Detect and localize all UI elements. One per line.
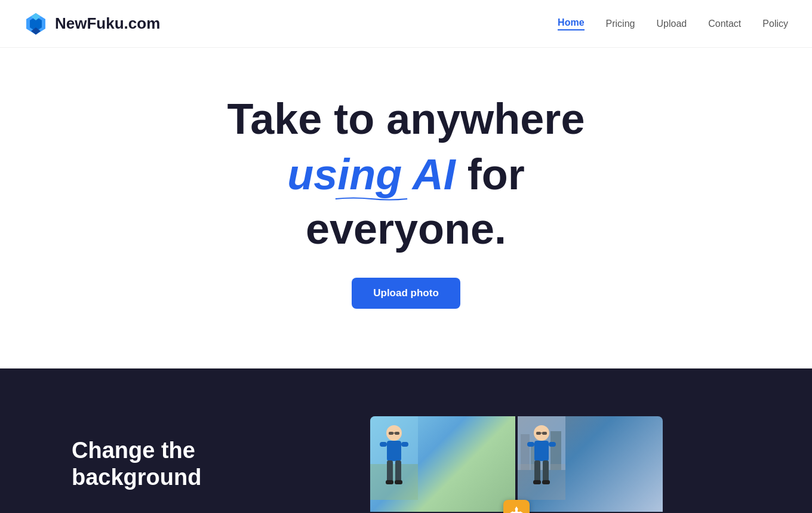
svg-rect-5 [370, 464, 418, 500]
transform-arrow-icon [503, 500, 530, 513]
svg-rect-7 [389, 432, 393, 435]
svg-rect-8 [395, 432, 399, 435]
svg-rect-11 [380, 442, 387, 447]
logo-icon [24, 12, 48, 36]
svg-rect-24 [542, 432, 547, 435]
svg-rect-29 [534, 460, 540, 482]
person-figure-tl [370, 416, 418, 500]
dark-section-description: Revolutionize your photos with AI that c… [72, 508, 322, 513]
svg-rect-13 [387, 460, 393, 482]
nav-link-upload[interactable]: Upload [656, 19, 687, 29]
logo-text: NewFuku.com [55, 14, 160, 33]
nav-link-contact[interactable]: Contact [708, 19, 741, 29]
svg-rect-27 [527, 442, 534, 447]
svg-rect-10 [387, 441, 401, 461]
svg-rect-23 [536, 432, 541, 435]
nav-link-pricing[interactable]: Pricing [606, 19, 635, 29]
hero-for-text: for [456, 150, 525, 198]
nav-links: Home Pricing Upload Contact Policy [558, 17, 788, 30]
nav-link-policy[interactable]: Policy [762, 19, 788, 29]
hero-title-line2: using AI for [24, 150, 788, 199]
svg-rect-32 [542, 480, 550, 484]
background-image-grid [370, 416, 663, 513]
dark-section-title: Change the background [72, 437, 322, 492]
svg-rect-16 [395, 480, 402, 484]
dark-section: Change the background Revolutionize your… [0, 368, 812, 513]
svg-rect-28 [549, 442, 556, 447]
grid-cell-city [518, 416, 663, 512]
svg-rect-15 [386, 480, 393, 484]
nav-link-home[interactable]: Home [558, 17, 584, 30]
hero-everyone-text: everyone. [24, 204, 788, 254]
svg-rect-30 [543, 460, 549, 482]
grid-cell-original [370, 416, 515, 512]
hero-section: Take to anywhere using AI for everyone. … [0, 48, 812, 368]
svg-rect-26 [534, 441, 549, 461]
svg-rect-31 [533, 480, 541, 484]
dark-text-area: Change the background Revolutionize your… [72, 437, 322, 513]
svg-rect-14 [395, 460, 401, 482]
upload-photo-button[interactable]: Upload photo [352, 278, 460, 309]
hero-ai-text: using AI [287, 150, 455, 198]
logo-area: NewFuku.com [24, 12, 160, 36]
person-figure-tr [518, 416, 565, 500]
svg-rect-12 [401, 442, 408, 447]
navbar: NewFuku.com Home Pricing Upload Contact … [0, 0, 812, 48]
svg-rect-21 [518, 464, 565, 500]
hero-title-line1: Take to anywhere [24, 96, 788, 143]
